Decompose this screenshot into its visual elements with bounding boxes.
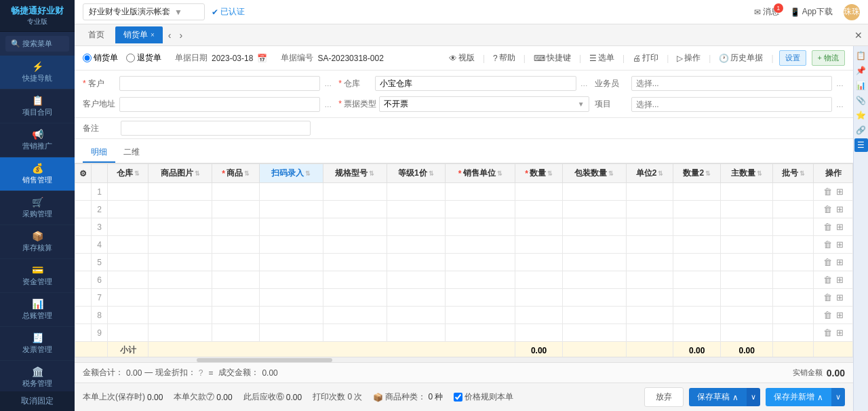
save-draft-arrow-button[interactable]: ∨ — [747, 388, 760, 406]
address-input[interactable] — [119, 97, 320, 112]
row-grade-price-7[interactable] — [387, 289, 445, 307]
sidebar-item-accounts[interactable]: 📊 总账管理 — [0, 293, 75, 327]
th-unit2[interactable]: 单位2 ⇅ — [626, 164, 673, 183]
tab-home[interactable]: 首页 — [80, 26, 113, 43]
row-batch-3[interactable] — [773, 218, 814, 236]
row-main-qty-3[interactable] — [721, 218, 773, 236]
row-qty2-7[interactable] — [673, 289, 721, 307]
th-product[interactable]: * 商品 ⇅ — [212, 164, 260, 183]
row-grade-price-1[interactable] — [387, 183, 445, 201]
row-copy-icon-6[interactable]: ⊞ — [835, 274, 844, 286]
right-panel-icon-6[interactable]: 🔗 — [854, 123, 868, 137]
row-pack-qty-5[interactable] — [562, 254, 626, 271]
row-unit2-4[interactable] — [626, 236, 673, 254]
row-batch-5[interactable] — [773, 254, 814, 271]
row-batch-2[interactable] — [773, 201, 814, 218]
row-product-1[interactable] — [212, 183, 260, 201]
row-main-qty-1[interactable] — [721, 183, 773, 201]
warehouse-input[interactable] — [375, 76, 576, 91]
scrollbar-thumb[interactable] — [197, 358, 332, 362]
row-product-3[interactable] — [212, 218, 260, 236]
row-grade-price-9[interactable] — [387, 324, 445, 342]
messages-button[interactable]: ✉ 消息 1 — [754, 6, 779, 18]
row-delete-icon-3[interactable]: 🗑 — [823, 221, 833, 233]
row-warehouse-7[interactable] — [108, 289, 149, 307]
th-scan-input[interactable]: 扫码录入 ⇅ — [259, 164, 323, 183]
row-warehouse-6[interactable] — [108, 271, 149, 289]
sub-tab-2d[interactable]: 二维 — [115, 143, 148, 163]
row-grade-price-2[interactable] — [387, 201, 445, 218]
save-new-arrow-button[interactable]: ∨ — [831, 388, 845, 406]
row-spec-1[interactable] — [323, 183, 387, 201]
th-grade-price[interactable]: 等级1价 ⇅ — [387, 164, 445, 183]
row-qty2-9[interactable] — [673, 324, 721, 342]
row-spec-3[interactable] — [323, 218, 387, 236]
row-scan-3[interactable] — [259, 218, 323, 236]
row-unit2-1[interactable] — [626, 183, 673, 201]
row-delete-icon-9[interactable]: 🗑 — [823, 327, 833, 338]
row-delete-icon-4[interactable]: 🗑 — [823, 239, 833, 250]
row-unit2-5[interactable] — [626, 254, 673, 271]
row-unit2-6[interactable] — [626, 271, 673, 289]
row-grade-price-6[interactable] — [387, 271, 445, 289]
row-product-4[interactable] — [212, 236, 260, 254]
row-product-8[interactable] — [212, 307, 260, 324]
row-batch-9[interactable] — [773, 324, 814, 342]
salesperson-input[interactable] — [631, 76, 832, 91]
row-product-5[interactable] — [212, 254, 260, 271]
row-main-qty-8[interactable] — [721, 307, 773, 324]
radio-return[interactable]: 退货单 — [126, 52, 161, 64]
row-qty-8[interactable] — [515, 307, 563, 324]
row-sales-unit-6[interactable] — [446, 271, 515, 289]
row-copy-icon-3[interactable]: ⊞ — [835, 221, 844, 233]
row-batch-1[interactable] — [773, 183, 814, 201]
row-delete-icon-1[interactable]: 🗑 — [823, 186, 833, 197]
horizontal-scrollbar[interactable] — [75, 357, 853, 362]
row-unit2-3[interactable] — [626, 218, 673, 236]
app-download-button[interactable]: 📱 App下载 — [790, 6, 833, 18]
row-unit2-7[interactable] — [626, 289, 673, 307]
help-btn[interactable]: ? 帮助 — [490, 51, 518, 65]
sidebar-item-tax[interactable]: 🏛️ 税务管理 — [0, 361, 75, 391]
row-main-qty-7[interactable] — [721, 289, 773, 307]
row-sales-unit-9[interactable] — [446, 324, 515, 342]
row-qty-4[interactable] — [515, 236, 563, 254]
project-dots-button[interactable]: … — [835, 99, 845, 110]
price-check-checkbox[interactable] — [454, 393, 462, 402]
row-scan-6[interactable] — [259, 271, 323, 289]
row-delete-icon-2[interactable]: 🗑 — [823, 203, 833, 215]
row-copy-icon-9[interactable]: ⊞ — [835, 327, 844, 338]
save-draft-button[interactable]: 保存草稿 ∧ — [689, 388, 747, 406]
row-qty2-3[interactable] — [673, 218, 721, 236]
operate-btn[interactable]: ▷ 操作 — [674, 51, 703, 65]
row-qty2-2[interactable] — [673, 201, 721, 218]
row-spec-9[interactable] — [323, 324, 387, 342]
sidebar-item-sales[interactable]: 💰 销售管理 — [0, 157, 75, 191]
row-sales-unit-2[interactable] — [446, 201, 515, 218]
row-qty-5[interactable] — [515, 254, 563, 271]
th-settings[interactable]: ⚙ — [75, 164, 92, 183]
row-copy-icon-2[interactable]: ⊞ — [835, 203, 844, 215]
tab-prev-button[interactable]: ‹ — [165, 28, 174, 42]
sidebar-item-marketing[interactable]: 📢 营销推广 — [0, 123, 75, 157]
row-delete-icon-7[interactable]: 🗑 — [823, 292, 833, 303]
row-warehouse-5[interactable] — [108, 254, 149, 271]
row-sales-unit-1[interactable] — [446, 183, 515, 201]
address-dots-button[interactable]: … — [323, 99, 333, 110]
row-copy-icon-8[interactable]: ⊞ — [835, 309, 844, 321]
row-main-qty-9[interactable] — [721, 324, 773, 342]
warehouse-dots-button[interactable]: … — [579, 78, 589, 89]
user-button[interactable]: 珠珠 — [844, 4, 860, 20]
row-qty-9[interactable] — [515, 324, 563, 342]
row-grade-price-3[interactable] — [387, 218, 445, 236]
row-warehouse-2[interactable] — [108, 201, 149, 218]
row-spec-7[interactable] — [323, 289, 387, 307]
row-product-7[interactable] — [212, 289, 260, 307]
row-spec-5[interactable] — [323, 254, 387, 271]
th-warehouse[interactable]: 仓库 ⇅ — [108, 164, 149, 183]
row-product-9[interactable] — [212, 324, 260, 342]
sidebar-item-purchase[interactable]: 🛒 采购管理 — [0, 191, 75, 225]
sub-tab-detail[interactable]: 明细 — [83, 143, 115, 163]
row-spec-8[interactable] — [323, 307, 387, 324]
row-delete-icon-6[interactable]: 🗑 — [823, 274, 833, 286]
